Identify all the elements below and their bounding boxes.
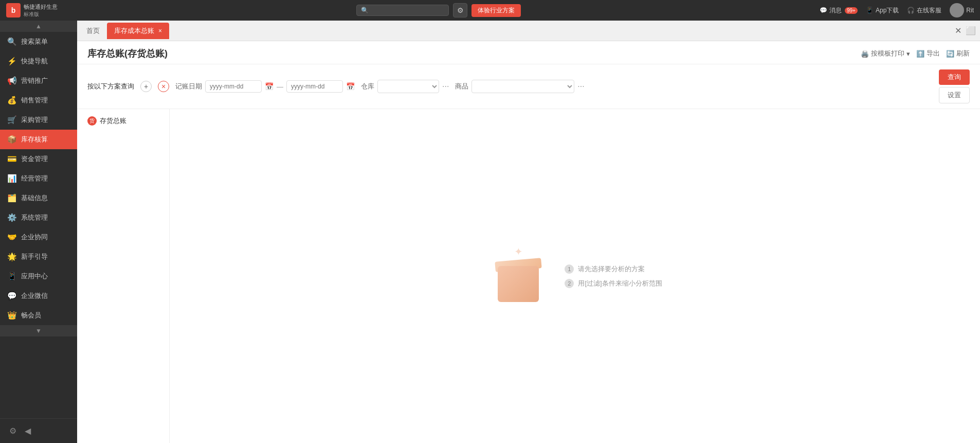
support-icon: 🎧 (907, 7, 915, 14)
filter-button-group: 查询 设置 (939, 69, 970, 103)
sidebar-item-purchase[interactable]: 🛒 采购管理 (0, 110, 77, 130)
page-title: 库存总账(存货总账) (87, 47, 168, 60)
user-avatar (950, 3, 964, 17)
scheme-item-inventory-ledger[interactable]: 货 存货总账 (83, 113, 163, 129)
product-select[interactable] (471, 80, 574, 93)
message-badge: 99+ (845, 7, 858, 14)
search-input[interactable] (371, 7, 443, 14)
purchase-icon: 🛒 (7, 115, 17, 125)
date-start-input[interactable] (205, 80, 262, 93)
page-title-bar: 库存总账(存货总账) 🖨️ 按模板打印 ▾ ⬆️ 导出 🔄 刷新 (77, 41, 980, 64)
export-button[interactable]: ⬆️ 导出 (916, 49, 940, 58)
product-label: 商品 (455, 82, 468, 91)
sidebar-scroll-down[interactable]: ▼ (0, 325, 77, 336)
date-field-label: 记账日期 (175, 82, 202, 91)
filter-add-button[interactable]: + (140, 81, 152, 92)
tab-home[interactable]: 首页 (81, 23, 105, 39)
query-button[interactable]: 查询 (939, 69, 970, 85)
scheme-icon: 货 (87, 116, 97, 126)
header-center: 🔍 ⚙ 体验行业方案 (356, 3, 521, 17)
app-download-action[interactable]: 📱 App下载 (866, 6, 899, 15)
settings-button[interactable]: 设置 (939, 87, 970, 103)
search-menu-icon: 🔍 (7, 37, 17, 46)
new-guide-icon: 🌟 (7, 252, 17, 261)
empty-illustration: ✦ (487, 245, 549, 307)
sidebar-item-enterprise-wechat[interactable]: 💬 企业微信 (0, 286, 77, 306)
message-icon: 💬 (820, 7, 827, 14)
sidebar-settings-button[interactable]: ⚙ (7, 424, 19, 438)
hint-text-1: 请先选择要分析的方案 (578, 264, 645, 274)
inventory-icon: 📦 (7, 135, 17, 144)
sidebar-item-finance[interactable]: 💳 资金管理 (0, 149, 77, 169)
product-field-group: 商品 ··· (455, 80, 584, 93)
filter-close-button[interactable]: × (158, 81, 169, 92)
sidebar-item-inventory[interactable]: 📦 库存核算 (0, 130, 77, 149)
header-right: 💬 消息 99+ 📱 App下载 🎧 在线客服 Rit (820, 3, 974, 17)
user-area[interactable]: Rit (950, 3, 974, 17)
industry-button[interactable]: 体验行业方案 (471, 4, 521, 17)
enterprise-wechat-icon: 💬 (7, 291, 17, 300)
online-support-action[interactable]: 🎧 在线客服 (907, 6, 941, 15)
app-center-icon: 📱 (7, 272, 17, 281)
product-more-button[interactable]: ··· (577, 82, 584, 91)
vip-icon: 👑 (7, 311, 17, 320)
empty-state: ✦ 1 请先选择要分析的方案 2 用[过滤]条件来缩小分析范围 (170, 109, 980, 443)
sidebar-item-operations[interactable]: 📊 经营管理 (0, 169, 77, 188)
tab-inventory-ledger[interactable]: 库存成本总账 × (107, 23, 169, 39)
tab-close-icon[interactable]: × (158, 27, 162, 34)
sidebar-item-new-guide[interactable]: 🌟 新手引导 (0, 247, 77, 267)
sidebar-item-system[interactable]: ⚙️ 系统管理 (0, 208, 77, 227)
empty-hint-1: 1 请先选择要分析的方案 (565, 264, 662, 274)
chevron-down-icon: ▾ (906, 50, 910, 58)
empty-text: 1 请先选择要分析的方案 2 用[过滤]条件来缩小分析范围 (565, 264, 662, 288)
scheme-item-label: 存货总账 (100, 116, 126, 126)
filter-label: 按以下方案查询 (87, 82, 134, 91)
warehouse-more-button[interactable]: ··· (442, 82, 449, 91)
star-decoration: ✦ (514, 245, 523, 258)
date-end-input[interactable] (286, 80, 343, 93)
content-area: 首页 库存成本总账 × ✕ ⬜ 库存总账(存货总账) 🖨️ 按模板打印 ▾ (77, 21, 980, 443)
logo-area: b 畅捷通好生意 标准版 (6, 3, 58, 18)
sidebar-item-vip[interactable]: 👑 畅会员 (0, 306, 77, 325)
sidebar-item-enterprise[interactable]: 🤝 企业协同 (0, 227, 77, 247)
refresh-button[interactable]: 🔄 刷新 (946, 49, 970, 58)
sidebar: ▲ 🔍 搜索菜单 ⚡ 快捷导航 📢 营销推广 💰 销售管理 🛒 采购管理 📦 库… (0, 21, 77, 443)
sidebar-item-search-menu[interactable]: 🔍 搜索菜单 (0, 32, 77, 51)
refresh-icon: 🔄 (946, 50, 954, 58)
sidebar-item-marketing[interactable]: 📢 营销推广 (0, 71, 77, 91)
print-template-button[interactable]: 🖨️ 按模板打印 ▾ (861, 49, 910, 58)
empty-hint-2: 2 用[过滤]条件来缩小分析范围 (565, 279, 662, 288)
search-bar[interactable]: 🔍 (356, 5, 449, 16)
top-header: b 畅捷通好生意 标准版 🔍 ⚙ 体验行业方案 💬 消息 99+ 📱 App下载… (0, 0, 980, 21)
hint-text-2: 用[过滤]条件来缩小分析范围 (578, 279, 662, 288)
warehouse-select[interactable] (377, 80, 439, 93)
system-icon: ⚙️ (7, 213, 17, 222)
warehouse-field-group: 仓库 ··· (361, 80, 449, 93)
message-action[interactable]: 💬 消息 99+ (820, 6, 858, 15)
warehouse-label: 仓库 (361, 82, 374, 91)
tab-panel-right: ✕ ⬜ (955, 26, 976, 36)
sidebar-item-sales[interactable]: 💰 销售管理 (0, 91, 77, 110)
calendar-end-icon[interactable]: 📅 (346, 82, 355, 91)
sidebar-scroll-up[interactable]: ▲ (0, 21, 77, 32)
page-content: 库存总账(存货总账) 🖨️ 按模板打印 ▾ ⬆️ 导出 🔄 刷新 (77, 41, 980, 443)
finance-icon: 💳 (7, 154, 17, 164)
operations-icon: 📊 (7, 174, 17, 183)
hint-num-2: 2 (565, 279, 574, 288)
panel-close-button[interactable]: ✕ (955, 26, 961, 36)
sidebar-collapse-button[interactable]: ◀ (23, 424, 33, 438)
sidebar-item-quick-nav[interactable]: ⚡ 快捷导航 (0, 51, 77, 71)
calendar-start-icon[interactable]: 📅 (265, 82, 274, 91)
sales-icon: 💰 (7, 96, 17, 105)
panel-resize-button[interactable]: ⬜ (966, 26, 976, 36)
header-left: b 畅捷通好生意 标准版 (6, 3, 58, 18)
printer-icon: 🖨️ (861, 50, 869, 58)
gear-button[interactable]: ⚙ (453, 3, 467, 17)
download-icon: 📱 (866, 7, 874, 14)
user-name: Rit (966, 7, 974, 14)
tab-bar: 首页 库存成本总账 × ✕ ⬜ (77, 21, 980, 41)
marketing-icon: 📢 (7, 76, 17, 85)
sidebar-item-basic-info[interactable]: 🗂️ 基础信息 (0, 188, 77, 208)
app-name: 畅捷通好生意 (24, 3, 58, 11)
sidebar-item-app-center[interactable]: 📱 应用中心 (0, 267, 77, 286)
